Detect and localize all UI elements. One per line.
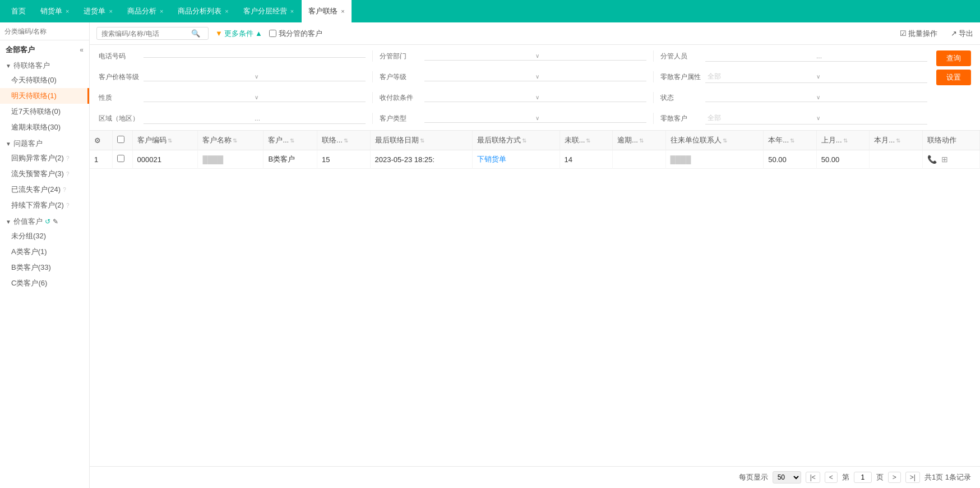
first-page-btn[interactable]: |< xyxy=(806,472,820,483)
col-settings[interactable]: ⚙ xyxy=(90,131,112,150)
col-this-month: 本月...⇅ xyxy=(870,131,923,150)
row-last-contact-method[interactable]: 下销货单 xyxy=(473,150,560,169)
col-customer-name: 客户名称⇅ xyxy=(198,131,264,150)
chevron-down-icon: ∨ xyxy=(816,73,925,80)
per-page-select[interactable]: 50 100 200 xyxy=(773,471,801,484)
table-row: 1 000021 ████ B类客户 15 2023-05-23 18:25: … xyxy=(90,150,980,169)
help-icon[interactable]: ? xyxy=(63,187,66,193)
nav-customer-contact[interactable]: 客户联络 × xyxy=(302,0,351,22)
col-customer-code: 客户编码⇅ xyxy=(132,131,198,150)
sidebar-item-churned[interactable]: 已流失客户(24) ? xyxy=(0,182,89,197)
sidebar-item-ungrouped[interactable]: 未分组(32) xyxy=(0,228,89,244)
close-icon[interactable]: × xyxy=(341,8,344,15)
filter-label-person: 分管人员 xyxy=(660,52,705,61)
row-customer-type: B类客户 xyxy=(264,150,317,169)
my-customers-checkbox[interactable]: 我分管的客户 xyxy=(269,29,322,39)
col-contact-count: 联络...⇅ xyxy=(317,131,371,150)
filter-status-select[interactable]: ∨ xyxy=(705,93,927,102)
filter-payment-term-select[interactable]: ∨ xyxy=(424,93,646,102)
sidebar-item-overdue-contact[interactable]: 逾期未联络(30) xyxy=(0,119,89,135)
row-code: 000021 xyxy=(132,150,198,169)
last-page-btn[interactable]: >| xyxy=(905,472,920,483)
search-input-wrap: 🔍 xyxy=(96,27,209,40)
filter-label-dept: 分管部门 xyxy=(380,52,424,61)
filter-label-region: 区域（地区） xyxy=(99,114,144,123)
filter-icon: ▼ xyxy=(215,29,223,38)
close-icon[interactable]: × xyxy=(109,8,112,15)
chevron-down-icon: ∨ xyxy=(535,73,644,80)
page-input[interactable] xyxy=(854,472,872,483)
col-last-month: 上月...⇅ xyxy=(816,131,870,150)
close-icon[interactable]: × xyxy=(66,8,69,15)
dots-icon: ... xyxy=(816,52,925,60)
query-button[interactable]: 查询 xyxy=(936,50,971,66)
select-all-checkbox[interactable] xyxy=(117,136,124,143)
more-conditions-btn[interactable]: ▼ 更多条件 ▲ xyxy=(215,29,262,39)
filter-customer-tier-select[interactable]: ∨ xyxy=(424,72,646,81)
group-pending-contact[interactable]: ▼ 待联络客户 xyxy=(0,57,89,72)
my-customers-check[interactable] xyxy=(269,30,276,37)
sidebar: 🔍 全部客户 « ▼ 待联络客户 今天待联络(0) 明天待联络(1) 近7天待联… xyxy=(0,22,90,488)
sidebar-item-class-b[interactable]: B类客户(33) xyxy=(0,260,89,275)
help-icon[interactable]: ? xyxy=(66,155,70,162)
row-last-month: 50.00 xyxy=(816,150,870,169)
nav-home[interactable]: 首页 xyxy=(4,0,33,22)
refresh-icon[interactable]: ↺ xyxy=(45,218,50,225)
chevron-down-icon: ∨ xyxy=(535,115,644,121)
help-icon[interactable]: ? xyxy=(66,202,70,209)
filter-scatter-customer-select[interactable]: 全部 ∨ xyxy=(705,112,927,125)
filter-region: 区域（地区） ... xyxy=(99,113,366,124)
phone-icon[interactable]: 📞 xyxy=(927,155,937,164)
sidebar-item-declining[interactable]: 持续下滑客户(2) ? xyxy=(0,197,89,213)
sidebar-search-input[interactable] xyxy=(4,27,89,35)
filter-scatter-attr-select[interactable]: 全部 ∨ xyxy=(705,71,927,83)
filter-phone-input[interactable] xyxy=(144,55,366,58)
col-overdue: 逾期...⇅ xyxy=(613,131,666,150)
close-icon[interactable]: × xyxy=(290,8,294,15)
sidebar-item-tomorrow-contact[interactable]: 明天待联络(1) xyxy=(0,88,89,104)
col-contact-action: 联络动作 xyxy=(922,131,979,150)
nav-product-analysis[interactable]: 商品分析 × xyxy=(121,0,170,22)
edit-icon[interactable]: ✎ xyxy=(53,218,58,225)
nav-purchase-order[interactable]: 进货单 × xyxy=(77,0,119,22)
chevron-down-icon: ∨ xyxy=(255,94,363,100)
sidebar-item-today-contact[interactable]: 今天待联络(0) xyxy=(0,72,89,88)
filter-region-input[interactable]: ... xyxy=(144,113,366,124)
row-last-contact-date: 2023-05-23 18:25: xyxy=(370,150,472,169)
all-customers-title[interactable]: 全部客户 « xyxy=(0,40,89,57)
batch-action-btn[interactable]: ☑ 批量操作 xyxy=(900,29,937,39)
filter-nature-select[interactable]: ∨ xyxy=(144,93,366,102)
grid-icon[interactable]: ⊞ xyxy=(941,155,948,164)
chevron-down-icon: ∨ xyxy=(816,94,925,100)
sidebar-item-7day-contact[interactable]: 近7天待联络(0) xyxy=(0,104,89,119)
filter-status: 状态 ∨ xyxy=(660,93,927,103)
search-input[interactable] xyxy=(101,30,191,38)
row-checkbox[interactable] xyxy=(112,150,132,169)
export-btn[interactable]: ↗ 导出 xyxy=(951,29,973,39)
search-icon[interactable]: 🔍 xyxy=(191,29,200,38)
col-this-year: 本年...⇅ xyxy=(764,131,817,150)
filter-customer-type-select[interactable]: ∨ xyxy=(424,114,646,123)
close-icon[interactable]: × xyxy=(225,8,228,15)
next-page-btn[interactable]: > xyxy=(888,472,901,483)
filter-dept-select[interactable]: ∨ xyxy=(424,52,646,61)
sidebar-item-class-c[interactable]: C类客户(6) xyxy=(0,275,89,291)
col-last-contact-date: 最后联络日期⇅ xyxy=(370,131,472,150)
filter-price-tier-select[interactable]: ∨ xyxy=(144,72,366,81)
sidebar-item-churn-warning[interactable]: 流失预警客户(3) ? xyxy=(0,166,89,182)
close-icon[interactable]: × xyxy=(160,8,163,15)
nav-customer-tier[interactable]: 客户分层经营 × xyxy=(237,0,301,22)
group-value-customers[interactable]: ▼ 价值客户 ↺ ✎ xyxy=(0,213,89,228)
group-problem-customers[interactable]: ▼ 问题客户 xyxy=(0,135,89,150)
filter-person-input[interactable]: ... xyxy=(705,51,927,62)
sidebar-item-class-a[interactable]: A类客户(1) xyxy=(0,244,89,260)
col-checkbox[interactable] xyxy=(112,131,132,150)
nav-sales-order[interactable]: 销货单 × xyxy=(34,0,76,22)
help-icon[interactable]: ? xyxy=(66,171,70,177)
sidebar-item-repurchase-abnormal[interactable]: 回购异常客户(2) ? xyxy=(0,150,89,166)
prev-page-btn[interactable]: < xyxy=(825,472,838,483)
col-unit-contact: 往来单位联系人⇅ xyxy=(665,131,764,150)
set-button[interactable]: 设置 xyxy=(936,70,971,85)
collapse-icon[interactable]: « xyxy=(80,46,84,54)
nav-product-analysis-list[interactable]: 商品分析列表 × xyxy=(171,0,235,22)
